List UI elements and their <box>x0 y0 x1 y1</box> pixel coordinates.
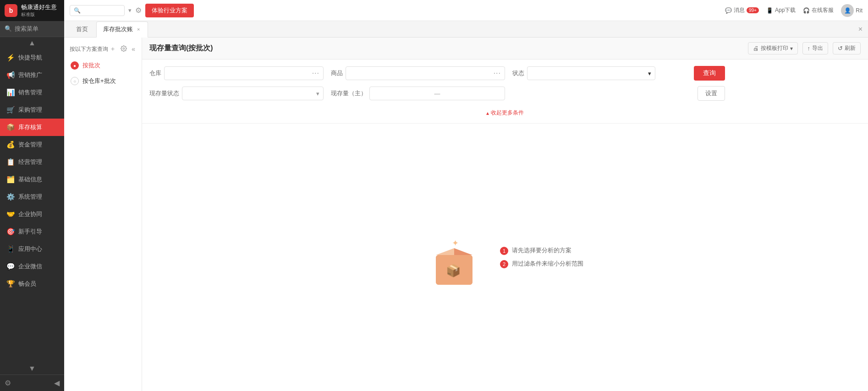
sidebar-item-wechat[interactable]: 💬 企业微信 <box>0 258 64 275</box>
empty-state: ✦ 📦 1 请先选择要分析的方案 2 用过滤条件来缩小分析范围 <box>142 124 868 391</box>
brand-sub: 标准版 <box>21 11 57 17</box>
finance-icon: 💰 <box>6 141 15 149</box>
sidebar-item-sales[interactable]: 📊 销售管理 <box>0 84 64 101</box>
tab-inventory-batch[interactable]: 库存批次账 × <box>96 22 148 38</box>
add-plan-btn[interactable]: ＋ <box>109 44 117 54</box>
phone-icon: 📱 <box>766 7 773 14</box>
inventory-icon: 📦 <box>6 123 15 131</box>
appstore-icon: 📱 <box>6 245 15 253</box>
sidebar-item-label: 企业协同 <box>18 210 42 218</box>
sidebar-item-purchase[interactable]: 🛒 采购管理 <box>0 101 64 119</box>
sidebar-item-label: 快捷导航 <box>18 54 42 62</box>
export-label: 导出 <box>812 44 823 52</box>
app-download-action[interactable]: 📱 App下载 <box>766 6 796 14</box>
sidebar-item-label: 销售管理 <box>18 88 42 97</box>
stock-qty-range[interactable]: — <box>369 87 505 100</box>
print-btn[interactable]: 🖨 按模板打印 ▾ <box>748 42 798 54</box>
query-btn[interactable]: 查询 <box>694 66 725 81</box>
settings-btn[interactable]: 设置 <box>698 86 725 101</box>
status-select[interactable]: ▾ <box>527 66 655 80</box>
empty-hint-2: 2 用过滤条件来缩小分析范围 <box>500 260 583 268</box>
svg-point-0 <box>123 48 125 49</box>
plan-item-by-batch[interactable]: ● 按批次 <box>64 58 142 73</box>
filter-group-goods: 商品 ··· <box>331 66 505 80</box>
sidebar-item-finance[interactable]: 💰 资金管理 <box>0 136 64 153</box>
print-icon: 🖨 <box>753 45 759 52</box>
scroll-down-btn[interactable]: ▼ <box>0 363 64 375</box>
app-logo: b <box>5 4 17 17</box>
sidebar-item-member[interactable]: 🏆 畅会员 <box>0 275 64 293</box>
sidebar-item-basic[interactable]: 🗂️ 基础信息 <box>0 171 64 188</box>
close-panel-btn[interactable]: × <box>858 25 863 33</box>
app-download-label: App下载 <box>775 6 796 14</box>
export-btn[interactable]: ↑ 导出 <box>802 42 829 54</box>
status-label: 状态 <box>512 69 524 77</box>
system-icon: ⚙️ <box>6 193 15 201</box>
stock-status-dropdown-icon: ▾ <box>316 90 319 97</box>
tab-home[interactable]: 首页 <box>70 21 94 37</box>
filter-area: 仓库 ··· 商品 ··· 状态 <box>142 60 868 124</box>
topbar-search-box[interactable]: 🔍 <box>70 5 125 16</box>
panel-header-actions: ＋ « <box>109 44 136 54</box>
purchase-icon: 🛒 <box>6 106 15 114</box>
sidebar-item-label: 应用中心 <box>18 245 42 253</box>
plan-item-by-warehouse-batch[interactable]: ○ 按仓库+批次 <box>64 73 142 89</box>
sidebar-item-inventory[interactable]: 📦 库存核算 <box>0 119 64 136</box>
filter-row-2: 现存量状态 ▾ 现存量（主） — <box>149 86 861 101</box>
sidebar-footer: ⚙ ◀ <box>0 375 64 391</box>
online-service-action[interactable]: 🎧 在线客服 <box>803 6 834 14</box>
plan-label: 按批次 <box>82 61 100 70</box>
warehouse-input[interactable]: ··· <box>164 66 324 80</box>
sidebar-item-newbie[interactable]: 🎯 新手引导 <box>0 223 64 240</box>
user-avatar[interactable]: 👤 Rit <box>841 4 863 17</box>
scroll-up-btn[interactable]: ▲ <box>0 37 64 49</box>
empty-hints: 1 请先选择要分析的方案 2 用过滤条件来缩小分析范围 <box>500 246 583 268</box>
sidebar-item-label: 营销推广 <box>18 71 42 79</box>
plan-settings-btn[interactable] <box>120 44 128 54</box>
collapse-row[interactable]: ▴ 收起更多条件 <box>149 106 861 119</box>
search-label: 搜索菜单 <box>15 25 38 33</box>
hint-num-2: 2 <box>500 260 508 268</box>
filter-group-stock-status: 现存量状态 ▾ <box>149 87 324 100</box>
stock-status-select[interactable]: ▾ <box>182 87 324 100</box>
tab-close-btn[interactable]: × <box>136 26 141 33</box>
status-dropdown-icon: ▾ <box>648 70 651 77</box>
panel-collapse-btn[interactable]: « <box>131 44 136 54</box>
sales-icon: 📊 <box>6 88 15 97</box>
username: Rit <box>856 7 863 14</box>
filter-group-warehouse: 仓库 ··· <box>149 66 324 80</box>
warehouse-dots: ··· <box>312 69 319 77</box>
topbar-right: 💬 消息 99+ 📱 App下载 🎧 在线客服 👤 Rit <box>725 4 863 17</box>
sidebar-search[interactable]: 🔍 搜索菜单 <box>0 21 64 37</box>
brand-name: 畅康通好生意 <box>21 4 57 11</box>
search-icon: 🔍 <box>5 25 12 32</box>
refresh-icon: ↺ <box>838 45 843 52</box>
sidebar-item-enterprise[interactable]: 🤝 企业协同 <box>0 206 64 223</box>
sidebar-item-quick-nav[interactable]: ⚡ 快捷导航 <box>0 49 64 66</box>
topbar-left: 🔍 ▾ ⚙ 体验行业方案 <box>70 4 721 17</box>
topbar-settings-icon[interactable]: ⚙ <box>135 6 142 15</box>
topbar: 🔍 ▾ ⚙ 体验行业方案 💬 消息 99+ 📱 App下载 🎧 在线客服 👤 <box>64 0 868 21</box>
sidebar-item-label: 企业微信 <box>18 262 42 271</box>
experience-btn[interactable]: 体验行业方案 <box>145 4 194 17</box>
filter-group-status: 状态 ▾ <box>512 66 687 80</box>
footer-collapse-icon[interactable]: ◀ <box>54 379 60 387</box>
sidebar-item-appstore[interactable]: 📱 应用中心 <box>0 240 64 258</box>
chevron-up-icon: ▴ <box>486 110 489 116</box>
messages-badge: 99+ <box>747 7 759 13</box>
sidebar-item-operation[interactable]: 📋 经营管理 <box>0 153 64 171</box>
sidebar-item-system[interactable]: ⚙️ 系统管理 <box>0 188 64 206</box>
sidebar-item-label: 畅会员 <box>18 280 36 288</box>
goods-input[interactable]: ··· <box>346 66 505 80</box>
content: 按以下方案查询 ＋ « ● 按批次 ○ 按仓库+批次 <box>64 38 868 391</box>
tab-inventory-batch-label: 库存批次账 <box>103 25 133 33</box>
topbar-dropdown-icon[interactable]: ▾ <box>128 7 132 14</box>
refresh-btn[interactable]: ↺ 刷新 <box>833 42 861 54</box>
sidebar-item-label: 经营管理 <box>18 158 42 166</box>
svg-text:✦: ✦ <box>452 239 459 248</box>
panel-header-label: 按以下方案查询 <box>70 45 108 53</box>
headset-icon: 🎧 <box>803 7 810 14</box>
sidebar-item-marketing[interactable]: 📢 营销推广 <box>0 66 64 84</box>
messages-action[interactable]: 💬 消息 99+ <box>725 6 759 14</box>
footer-settings-icon[interactable]: ⚙ <box>5 379 11 387</box>
